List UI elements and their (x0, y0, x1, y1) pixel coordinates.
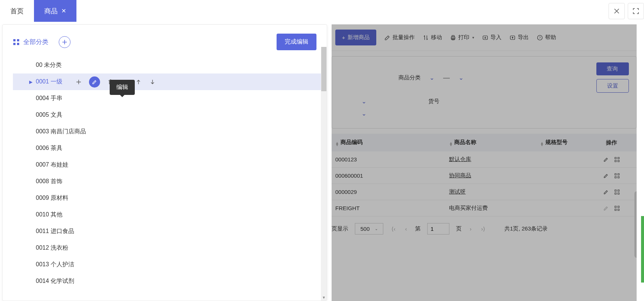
fullscreen-button[interactable] (628, 3, 644, 19)
category-item[interactable]: 0012 洗衣粉 (13, 240, 325, 256)
cell-name: 默认仓库 (445, 151, 537, 168)
table-row[interactable]: FREIGHT电商买家付运费 (332, 200, 637, 216)
category-item[interactable]: 0013 个人护洁 (13, 256, 325, 273)
product-name-link[interactable]: 协同商品 (449, 172, 471, 178)
chevron-down-icon[interactable]: ⌄ (362, 98, 366, 105)
help-button[interactable]: ? 帮助 (537, 34, 556, 41)
category-label: 0007 布娃娃 (36, 161, 68, 169)
close-icon[interactable]: ✕ (61, 7, 66, 14)
edit-icon (603, 189, 609, 195)
table-row[interactable]: 0000123默认仓库 (332, 151, 637, 168)
category-item[interactable]: 00 未分类 (13, 57, 325, 73)
row-edit-button[interactable] (603, 189, 609, 195)
close-all-button[interactable] (609, 3, 625, 19)
svg-rect-3 (17, 43, 19, 45)
query-button[interactable]: 查询 (596, 62, 629, 75)
svg-rect-27 (615, 209, 616, 211)
x-icon (613, 8, 620, 14)
prev-page-button[interactable]: ‹ (404, 226, 408, 232)
chevron-down-icon[interactable]: ⌄ (459, 74, 463, 81)
category-item[interactable]: 0003 南昌门店商品 (13, 123, 325, 140)
category-item[interactable]: 0011 进口食品 (13, 223, 325, 240)
category-item[interactable]: ▶0001 一级 (13, 73, 325, 90)
scrollbar-thumb[interactable] (321, 47, 326, 91)
cell-ops (586, 151, 637, 168)
chevron-down-icon: ▾ (472, 35, 474, 40)
last-page-button[interactable]: ›⟩ (480, 226, 487, 232)
row-edit-button[interactable] (603, 157, 609, 163)
chevron-down-icon[interactable]: ⌄ (429, 74, 434, 81)
category-label: 0013 个人护洁 (36, 261, 74, 268)
row-more-button[interactable] (614, 189, 620, 195)
sort-icon: ▲▼ (335, 142, 339, 146)
plus-icon (62, 39, 68, 45)
col-spec[interactable]: ▲▼规格型号 (537, 134, 587, 151)
row-edit-button[interactable] (603, 173, 609, 179)
tab-products[interactable]: 商品 ✕ (34, 0, 76, 22)
export-button[interactable]: 导出 (510, 34, 529, 41)
page-input[interactable] (427, 223, 449, 235)
add-category-button[interactable] (59, 36, 71, 48)
add-product-button[interactable]: + 新增商品 (335, 30, 376, 45)
table-row[interactable]: 0000029测试呀 (332, 184, 637, 200)
table-scrollbar[interactable] (634, 191, 637, 258)
col-name[interactable]: ▲▼商品名称 (445, 134, 537, 151)
category-item[interactable]: 0007 布娃娃 (13, 157, 325, 173)
row-more-button[interactable] (614, 205, 620, 211)
col-code[interactable]: ▲▼商品编码 (332, 134, 445, 151)
move-icon (423, 35, 429, 41)
done-edit-button[interactable]: 完成编辑 (277, 34, 316, 50)
category-label: 0008 首饰 (36, 178, 62, 185)
category-label: 0004 手串 (36, 95, 62, 102)
done-edit-label: 完成编辑 (285, 38, 308, 45)
svg-rect-25 (615, 206, 616, 208)
row-more-button[interactable] (614, 157, 620, 163)
category-scrollbar[interactable]: ▼ (321, 47, 327, 301)
tab-home[interactable]: 首页 (0, 0, 34, 22)
content-area: 全部分类 完成编辑 编辑 00 未分类▶0001 一级0004 手串0005 文… (0, 22, 644, 301)
row-more-button[interactable] (614, 173, 620, 179)
category-item[interactable]: 0009 原材料 (13, 190, 325, 206)
plus-icon: + (342, 34, 345, 41)
fullscreen-icon (633, 8, 639, 14)
category-item[interactable]: 0006 茶具 (13, 140, 325, 157)
print-icon (450, 35, 456, 41)
move-button[interactable]: 移动 (423, 34, 442, 41)
cell-code: 0000123 (332, 151, 445, 168)
category-list[interactable]: 00 未分类▶0001 一级0004 手串0005 文具0003 南昌门店商品0… (13, 57, 327, 293)
row-edit-button (603, 205, 609, 211)
product-name-link[interactable]: 测试呀 (449, 188, 466, 195)
per-page-select[interactable]: 500 ⌄ (355, 223, 383, 235)
cell-spec (537, 151, 587, 168)
grid-icon (614, 157, 620, 163)
import-button[interactable]: 导入 (482, 34, 501, 41)
category-item[interactable]: 0014 化学试剂 (13, 273, 325, 290)
category-item[interactable]: 0005 文具 (13, 107, 325, 123)
cell-name: 协同商品 (445, 168, 537, 184)
edit-icon (384, 35, 390, 41)
category-item[interactable]: 0008 首饰 (13, 173, 325, 190)
first-page-button[interactable]: ⟨‹ (390, 226, 397, 232)
chevron-down-icon[interactable]: ⌄ (362, 110, 366, 117)
move-up-button[interactable] (135, 78, 142, 86)
cell-code: 000600001 (332, 168, 445, 184)
add-child-button[interactable] (75, 78, 82, 86)
svg-rect-22 (618, 190, 619, 191)
table-row[interactable]: 000600001协同商品 (332, 168, 637, 184)
all-categories-label[interactable]: 全部分类 (23, 38, 48, 46)
page-label-after: 页 (456, 225, 462, 232)
scrollbar-down-icon[interactable]: ▼ (321, 294, 327, 301)
category-item[interactable]: 0010 其他 (13, 206, 325, 223)
print-button[interactable]: 打印 ▾ (450, 34, 474, 41)
tab-products-label: 商品 (44, 7, 58, 16)
category-label: 0010 其他 (36, 211, 62, 219)
edit-icon (603, 173, 609, 179)
move-down-button[interactable] (149, 78, 156, 86)
next-page-button[interactable]: › (468, 226, 473, 232)
product-name-link[interactable]: 默认仓库 (449, 156, 471, 162)
edit-button[interactable] (89, 76, 100, 88)
category-item[interactable]: 0004 手串 (13, 90, 325, 107)
settings-button[interactable]: 设置 (596, 79, 629, 93)
product-table: ▲▼商品编码 ▲▼商品名称 ▲▼规格型号 操作 0000123默认仓库00060… (332, 134, 637, 216)
batch-ops-button[interactable]: 批量操作 (384, 34, 415, 41)
